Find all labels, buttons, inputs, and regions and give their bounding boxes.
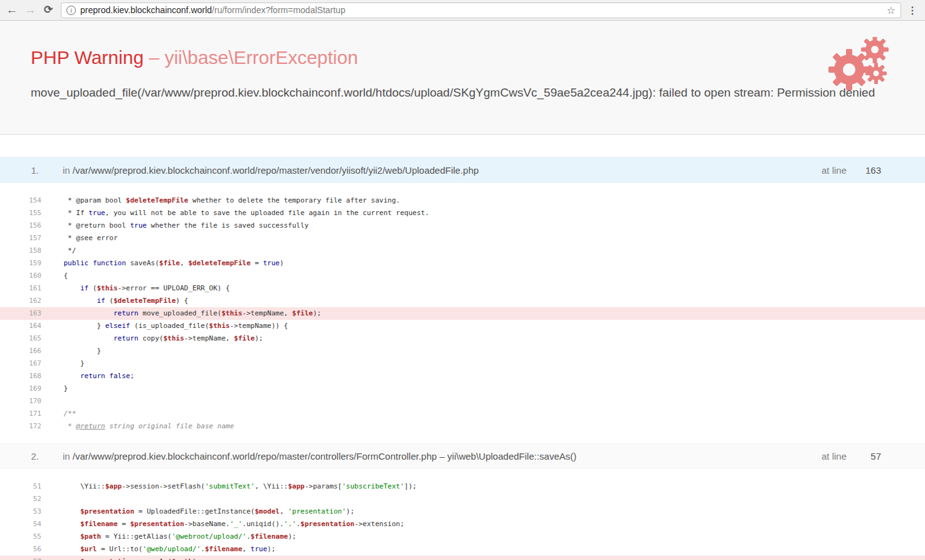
line-number: 57: [847, 451, 881, 462]
code-line: 167 }: [0, 357, 925, 370]
forward-icon[interactable]: →: [23, 1, 37, 19]
code-line: 53 $presentation = UploadedFile::getInst…: [0, 505, 925, 518]
browser-toolbar: ← → ⟳ i preprod.kiev.blockchainconf.worl…: [0, 0, 925, 21]
error-message: move_uploaded_file(/var/www/preprod.kiev…: [31, 85, 887, 100]
url-host: preprod.kiev.blockchainconf.world: [80, 5, 212, 15]
code-line: 51 \Yii::$app->session->setFlash('submit…: [0, 480, 925, 493]
call-stack: 1.in /var/www/preprod.kiev.blockchaincon…: [0, 157, 925, 560]
error-level: PHP Warning: [31, 47, 144, 68]
code-line: 165 return copy($this->tempName, $file);: [0, 332, 925, 345]
code-line: 161 if ($this->error == UPLOAD_ERR_OK) {: [0, 282, 925, 295]
url-bar[interactable]: i preprod.kiev.blockchainconf.world/ru/f…: [61, 3, 901, 18]
code-line: 168 return false;: [0, 370, 925, 383]
stack-item-header[interactable]: 2.in /var/www/preprod.kiev.blockchaincon…: [0, 443, 925, 469]
code-line: 171 /**: [0, 408, 925, 420]
stack-file: in /var/www/preprod.kiev.blockchainconf.…: [63, 451, 822, 462]
stack-file: in /var/www/preprod.kiev.blockchainconf.…: [63, 165, 822, 176]
code-line: 155 * If true, you will not be able to s…: [0, 207, 925, 219]
url-path: /ru/form/index?form=modalStartup: [212, 5, 346, 15]
code-line: 166 }: [0, 345, 925, 357]
page-title: PHP Warning – yii\base\ErrorException: [31, 47, 887, 68]
code-line: 162 if ($deleteTempFile) {: [0, 295, 925, 307]
browser-menu-icon[interactable]: ⋮: [905, 4, 920, 16]
gears-icon: [827, 37, 892, 92]
stack-item-header[interactable]: 1.in /var/www/preprod.kiev.blockchaincon…: [0, 157, 925, 183]
url-text[interactable]: preprod.kiev.blockchainconf.world/ru/for…: [80, 5, 346, 15]
code-line: 54 $filename = $presentation->baseName.'…: [0, 518, 925, 531]
reload-icon[interactable]: ⟳: [41, 1, 55, 19]
code-line: 169 }: [0, 383, 925, 395]
exception-class: – yii\base\ErrorException: [144, 47, 358, 68]
code-snippet: 51 \Yii::$app->session->setFlash('submit…: [0, 469, 925, 560]
code-line: 159 public function saveAs($file, $delet…: [0, 257, 925, 270]
code-line: 52: [0, 493, 925, 505]
back-icon[interactable]: ←: [5, 1, 19, 19]
stack-item: 2.in /var/www/preprod.kiev.blockchaincon…: [0, 443, 925, 560]
code-line: 157 * @see error: [0, 232, 925, 245]
stack-index: 2.: [0, 451, 39, 462]
code-line: 160 {: [0, 270, 925, 282]
code-line: 55 $path = Yii::getAlias('@webroot/uploa…: [0, 531, 925, 543]
error-header: PHP Warning – yii\base\ErrorException mo…: [0, 21, 925, 135]
code-line: 56 $url = Url::to('@web/upload/'.$filena…: [0, 543, 925, 556]
code-snippet: 154 * @param bool $deleteTempFile whethe…: [0, 183, 925, 443]
at-line-label: at line: [822, 165, 847, 176]
code-line-error: 163 return move_uploaded_file($this->tem…: [0, 307, 925, 320]
bookmark-star-icon[interactable]: ☆: [887, 4, 896, 16]
stack-index: 1.: [0, 165, 39, 176]
code-line: 172 * @return string original file base …: [0, 420, 925, 433]
code-line: 158 */: [0, 245, 925, 257]
code-line: 156 * @return bool true whether the file…: [0, 219, 925, 232]
code-line: 154 * @param bool $deleteTempFile whethe…: [0, 194, 925, 207]
code-line: 170: [0, 395, 925, 408]
code-line: 164 } elseif (is_uploaded_file($this->te…: [0, 320, 925, 332]
line-number: 163: [847, 165, 881, 176]
at-line-label: at line: [822, 451, 847, 462]
stack-item: 1.in /var/www/preprod.kiev.blockchaincon…: [0, 157, 925, 443]
code-line-error: 57 $presentation->saveAs($path);: [0, 556, 925, 560]
page-info-icon[interactable]: i: [66, 6, 76, 15]
